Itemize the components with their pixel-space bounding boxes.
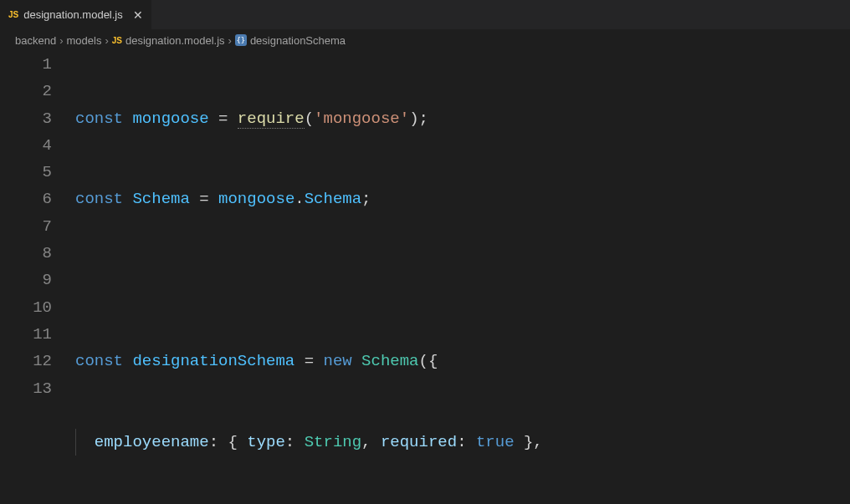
token-keyword: const [75,190,123,208]
tab-designation-model[interactable]: JS designation.model.js ✕ [0,0,152,29]
line-number: 3 [0,105,52,132]
js-icon: JS [112,36,122,45]
token-variable: designationSchema [132,352,294,370]
chevron-right-icon: › [59,34,63,47]
code-line[interactable] [74,267,850,293]
token-comma: , [361,433,381,451]
token-class: Schema [361,352,418,370]
chevron-right-icon: › [228,34,232,47]
symbol-icon: {} [235,34,247,46]
token-colon: : [285,433,305,451]
code-area[interactable]: const mongoose = require('mongoose'); co… [74,51,850,504]
chevron-right-icon: › [105,34,108,47]
line-number: 8 [0,240,52,267]
token-function: require [238,109,305,129]
line-number: 12 [0,348,52,374]
token-keyword: const [75,352,123,370]
line-number: 11 [0,321,52,348]
token-colon: : [457,433,476,451]
line-number: 5 [0,159,52,186]
gutter: 1 2 3 4 5 6 7 8 9 10 11 12 13 [0,51,74,504]
js-icon: JS [8,10,18,19]
token-brace: }, [515,433,543,451]
code-line[interactable]: const Schema = mongoose.Schema; [74,186,850,212]
token-paren: ({ [419,352,438,370]
token-op: = [190,190,218,208]
line-number: 2 [0,78,52,104]
token-colon: : { [209,433,248,451]
token-prop: employeename [95,433,209,451]
token-keyword: const [75,109,123,128]
close-icon[interactable]: ✕ [133,8,143,22]
token-sp [352,352,361,370]
indent-guide [75,429,76,456]
token-variable: mongoose [132,109,208,128]
token-string: 'mongoose' [314,109,409,128]
code-line[interactable]: const mongoose = require('mongoose'); [74,105,850,132]
token-semi: ; [361,190,371,208]
line-number: 4 [0,132,52,159]
breadcrumb[interactable]: backend › models › JS designation.model.… [0,29,850,51]
line-number: 1 [0,51,52,78]
token-dot: . [294,190,304,208]
line-number: 13 [0,375,52,402]
tab-bar: JS designation.model.js ✕ [0,0,850,29]
token-prop: type [247,433,285,451]
token-variable: Schema [132,190,189,208]
crumb-models[interactable]: models [67,34,102,47]
line-number: 9 [0,267,52,293]
token-op: = [294,352,323,370]
crumb-symbol[interactable]: designationSchema [250,34,346,47]
tab-filename: designation.model.js [23,8,123,21]
line-number: 10 [0,294,52,321]
line-number: 6 [0,186,52,212]
token-prop: Schema [305,190,361,208]
code-line[interactable]: employeename: { type: String, required: … [74,429,850,456]
crumb-backend[interactable]: backend [15,34,56,47]
token-variable: mongoose [218,190,294,208]
crumb-file[interactable]: designation.model.js [125,34,225,47]
line-number: 7 [0,213,52,240]
token-prop: required [381,433,457,451]
token-keyword: new [323,352,351,370]
token-bool: true [476,433,515,451]
token-type: String [305,433,361,451]
code-line[interactable]: const designationSchema = new Schema({ [74,348,850,374]
code-editor[interactable]: 1 2 3 4 5 6 7 8 9 10 11 12 13 const mong… [0,51,850,504]
token-op: = [209,109,238,128]
token-paren: ( [305,109,314,128]
token-paren: ); [409,109,428,128]
